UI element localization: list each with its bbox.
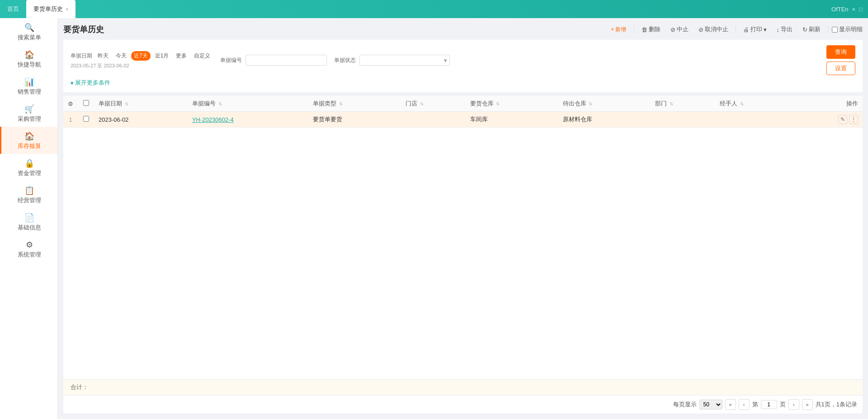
tab-home[interactable]: 首页 [0,0,26,18]
row-orderno-1: YH-20230602-4 [188,112,308,128]
refresh-button[interactable]: ↻ 刷新 [799,24,824,35]
expand-more-btn[interactable]: ▾ 展开更多条件 [71,79,855,87]
shortcut-more[interactable]: 更多 [173,51,189,61]
row-pendingwarehouse-value-1: 原材料仓库 [563,116,592,123]
shortcut-custom[interactable]: 自定义 [191,51,213,61]
sidebar-item-ops-mgmt[interactable]: 📋 经营管理 [0,181,57,208]
export-button[interactable]: ↓ 导出 [773,24,797,35]
page-input[interactable] [761,400,777,409]
close-tab-icon[interactable]: × [66,6,68,12]
page-header: 要货单历史 + 新增 🗑 删除 ⊘ 中止 ⊘ 取消中止 🖨 [63,24,863,35]
purchase-mgmt-icon: 🛒 [24,105,34,113]
col-reqwarehouse-header: 要货仓库 ⇅ [466,96,558,112]
row-select-checkbox-1[interactable] [83,116,89,122]
shortcut-yesterday[interactable]: 昨天 [95,51,111,61]
window-max-btn[interactable]: □ [859,6,863,13]
toolbar-divider-1 [634,26,634,33]
shortcut-today[interactable]: 今天 [113,51,129,61]
page-label: 页 [780,400,786,409]
table-head-row: ⚙ 单据日期 ⇅ 单据编号 ⇅ [63,96,863,112]
col-ordertype-label: 单据类型 [313,100,336,107]
row-ordertype-1: 要货单要货 [308,112,401,128]
shortcut-7days[interactable]: 近7天 [131,51,151,61]
col-handler-sort-icon[interactable]: ⇅ [740,101,744,106]
order-no-filter: 单据编号 [220,55,327,66]
order-no-input[interactable] [245,55,327,66]
row-reqwarehouse-1: 车间库 [466,112,558,128]
col-ordertype-sort-icon[interactable]: ⇅ [339,101,343,106]
export-label: 导出 [781,25,793,33]
delete-button[interactable]: 🗑 删除 [638,24,664,35]
sidebar: 🔍 搜索菜单 🏠 快捷导航 📊 销售管理 🛒 采购管理 🏠 库存核算 🔒 资金管… [0,18,58,419]
data-table: ⚙ 单据日期 ⇅ 单据编号 ⇅ [63,96,863,128]
toolbar-divider-2 [736,26,736,33]
first-page-btn[interactable]: « [725,399,736,410]
window-close-btn[interactable]: × [852,6,856,13]
sidebar-item-inventory[interactable]: 🏠 库存核算 [0,127,57,154]
sidebar-item-purchase-mgmt-label: 采购管理 [18,115,41,123]
expand-more-label: 展开更多条件 [75,79,110,87]
filter-area: 单据日期 昨天 今天 近7天 近1月 更多 自定义 2023-05-27 至 2… [63,40,863,92]
select-all-checkbox[interactable] [83,100,89,106]
col-dept-sort-icon[interactable]: ⇅ [670,101,673,106]
print-button[interactable]: 🖨 打印 ▾ [740,24,770,35]
print-dropdown-icon: ▾ [764,26,767,33]
tab-order-history[interactable]: 要货单历史 × [26,0,75,18]
stop-button[interactable]: ⊘ 中止 [667,24,692,35]
per-page-select[interactable]: 10 20 50 100 [699,400,722,409]
col-ops-header: 操作 [794,96,863,112]
col-settings-icon[interactable]: ⚙ [68,100,73,107]
top-bar: 首页 要货单历史 × OfTEn × □ [0,0,868,18]
display-detail-label[interactable]: 显示明细 [832,25,863,33]
col-store-label: 门店 [406,100,417,107]
row-store-1 [401,112,466,128]
row-more-icon-1[interactable]: ⋮ [849,115,858,124]
sidebar-item-finance-mgmt[interactable]: 🔒 资金管理 [0,154,57,181]
sidebar-item-quick-nav[interactable]: 🏠 快捷导航 [0,45,57,72]
expand-row: ▾ 展开更多条件 [71,79,855,87]
next-page-btn[interactable]: › [788,399,799,410]
sidebar-item-sales-mgmt[interactable]: 📊 销售管理 [0,72,57,100]
order-no-label: 单据编号 [220,57,242,64]
delete-label: 删除 [649,25,660,33]
status-select[interactable] [359,55,450,66]
prev-page-btn[interactable]: ‹ [739,399,750,410]
row-reqwarehouse-value-1: 车间库 [470,116,488,123]
cancel-stop-icon: ⊘ [698,26,703,33]
col-date-sort-icon[interactable]: ⇅ [125,101,128,106]
col-ordertype-header: 单据类型 ⇅ [308,96,401,112]
row-edit-icon-1[interactable]: ✎ [838,115,847,124]
last-page-btn[interactable]: » [802,399,813,410]
sidebar-item-sys-mgmt[interactable]: ⚙ 系统管理 [0,235,57,262]
col-orderno-sort-icon[interactable]: ⇅ [218,101,222,106]
delete-icon: 🗑 [642,26,647,33]
row-ordertype-value-1: 要货单要货 [313,116,342,123]
query-button[interactable]: 查询 [826,45,855,59]
display-detail-checkbox[interactable] [832,27,838,33]
shortcut-1month[interactable]: 近1月 [152,51,172,61]
col-store-sort-icon[interactable]: ⇅ [420,101,424,106]
pagination: 每页显示 10 20 50 100 « ‹ 第 页 › » 共1页，1条记录 [63,395,863,414]
col-dept-label: 部门 [655,100,667,107]
col-date-header: 单据日期 ⇅ [94,96,188,112]
often-text: OfTEn [831,6,849,13]
content-area: 要货单历史 + 新增 🗑 删除 ⊘ 中止 ⊘ 取消中止 🖨 [58,18,868,419]
stop-label: 中止 [677,25,689,33]
col-handler-header: 经手人 ⇅ [715,96,794,112]
col-reqwarehouse-sort-icon[interactable]: ⇅ [496,101,500,106]
row-num-1: 1 [63,112,78,128]
search-menu-icon: 🔍 [24,24,34,32]
cancel-stop-button[interactable]: ⊘ 取消中止 [695,24,732,35]
settings-button[interactable]: 设置 [826,62,855,75]
sidebar-item-basic-info[interactable]: 📄 基础信息 [0,208,57,235]
new-button[interactable]: + 新增 [607,24,630,35]
sidebar-item-purchase-mgmt[interactable]: 🛒 采购管理 [0,100,57,127]
col-settings: ⚙ [63,96,78,112]
table-head: ⚙ 单据日期 ⇅ 单据编号 ⇅ [63,96,863,112]
print-label: 打印 [750,25,762,33]
refresh-icon: ↻ [802,26,807,33]
col-pendingwarehouse-sort-icon[interactable]: ⇅ [589,101,592,106]
row-orderno-link-1[interactable]: YH-20230602-4 [192,116,234,123]
tab-bar: 首页 要货单历史 × [0,0,75,18]
sidebar-item-search-menu[interactable]: 🔍 搜索菜单 [0,18,57,45]
